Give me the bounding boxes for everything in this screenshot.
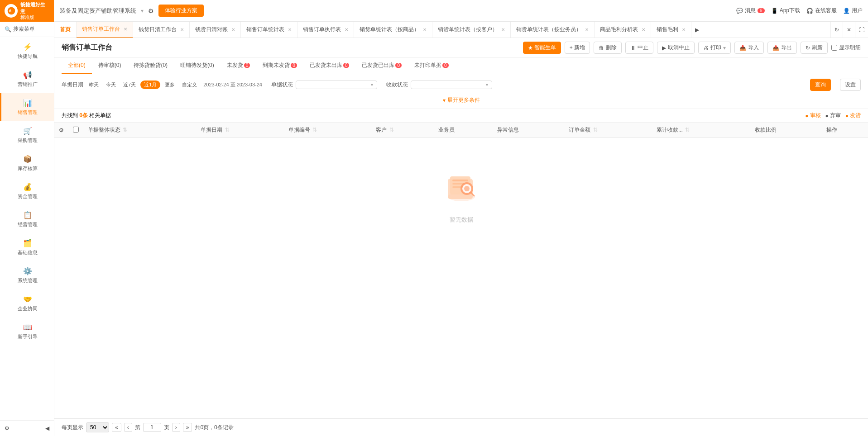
tab-cash-daily[interactable]: 钱货日清工作台 ✕ bbox=[133, 22, 190, 38]
last-page-button[interactable]: » bbox=[183, 423, 192, 432]
result-info: 共找到 0条 相关单据 ● 审核 ● 弃审 ● 发货 bbox=[54, 109, 868, 123]
sidebar-item-marketing[interactable]: 📢 营销推广 bbox=[0, 65, 54, 93]
custom-date-btn[interactable]: 自定义 bbox=[179, 81, 200, 89]
next-page-button[interactable]: › bbox=[172, 423, 180, 432]
expand-conditions-button[interactable]: ▾ 展开更多条件 bbox=[443, 96, 480, 104]
first-page-button[interactable]: « bbox=[112, 423, 121, 432]
tab-more-button[interactable]: ▶ bbox=[691, 27, 703, 33]
tab-home[interactable]: 首页 bbox=[54, 22, 77, 38]
operations-icon: 📋 bbox=[23, 211, 32, 219]
delete-button[interactable]: 🗑 删除 bbox=[594, 42, 622, 54]
tab-close-cash-daily[interactable]: ✕ bbox=[180, 27, 184, 32]
sidebar-item-system[interactable]: ⚙️ 系统管理 bbox=[0, 261, 54, 289]
sidebar-item-inventory[interactable]: 📦 库存核算 bbox=[0, 149, 54, 177]
sidebar-item-sales[interactable]: 📊 销售管理 bbox=[0, 93, 54, 121]
tab-sales-workbench[interactable]: 销售订单工作台 ✕ bbox=[77, 22, 133, 38]
tab-cash-reconcile[interactable]: 钱货日清对账 ✕ bbox=[190, 22, 241, 38]
tab-close-sales-more[interactable]: ✕ bbox=[682, 27, 686, 32]
sort-status-icon[interactable]: ⇅ bbox=[123, 127, 127, 133]
purchase-icon: 🛒 bbox=[23, 127, 32, 135]
ship-action[interactable]: ● 发货 bbox=[845, 112, 861, 119]
import-button[interactable]: 📥 导入 bbox=[734, 42, 764, 54]
trial-button[interactable]: 体验行业方案 bbox=[158, 5, 204, 17]
filter-tab-wangpu[interactable]: 旺铺待发货(0) bbox=[174, 58, 221, 74]
tab-sales-stat-product[interactable]: 销货单统计表（按商品） ✕ bbox=[354, 22, 432, 38]
tab-close-sales-stat-staff[interactable]: ✕ bbox=[585, 27, 589, 32]
more-date-btn[interactable]: 更多 bbox=[162, 81, 177, 89]
sort-amount-icon[interactable]: ⇅ bbox=[593, 127, 598, 133]
gear-icon[interactable]: ⚙ bbox=[148, 7, 154, 14]
filter-tab-pending-review[interactable]: 待审核(0) bbox=[92, 58, 128, 74]
filter-tab-pending-inspect[interactable]: 待拣货验货(0) bbox=[127, 58, 174, 74]
sidebar-item-basic-info[interactable]: 🗂️ 基础信息 bbox=[0, 233, 54, 261]
col-checkbox[interactable] bbox=[68, 123, 83, 138]
print-button[interactable]: 🖨 打印 ▾ bbox=[698, 42, 731, 54]
tab-close-sales-stat-customer[interactable]: ✕ bbox=[501, 27, 505, 32]
tab-sales-stat-customer[interactable]: 销货单统计表（按客户） ✕ bbox=[432, 22, 511, 38]
status-select[interactable]: ▾ bbox=[296, 81, 377, 89]
search-button[interactable]: 查询 bbox=[810, 79, 831, 91]
refresh-button[interactable]: ↻ 刷新 bbox=[801, 42, 828, 54]
sidebar-item-purchase[interactable]: 🛒 采购管理 bbox=[0, 121, 54, 149]
tab-close-sales-exec[interactable]: ✕ bbox=[345, 27, 348, 32]
tab-close-sales-workbench[interactable]: ✕ bbox=[124, 27, 127, 32]
add-button[interactable]: + 新增 bbox=[565, 42, 590, 54]
tab-product-margin[interactable]: 商品毛利分析表 ✕ bbox=[595, 22, 651, 38]
sidebar-item-operations[interactable]: 📋 经营管理 bbox=[0, 205, 54, 233]
show-details-checkbox[interactable]: 显示明细 bbox=[831, 44, 861, 52]
7days-btn[interactable]: 近7天 bbox=[120, 81, 139, 89]
tab-refresh-button[interactable]: ↻ bbox=[830, 22, 843, 38]
filter-tab-shipped-not-out[interactable]: 已发货未出库0 bbox=[303, 58, 356, 74]
filter-tab-not-shipped[interactable]: 未发货0 bbox=[221, 58, 257, 74]
filter-tab-all[interactable]: 全部(0) bbox=[62, 58, 92, 74]
tab-sales-exec[interactable]: 销售订单执行表 ✕ bbox=[297, 22, 354, 38]
filter-tab-shipped-out[interactable]: 已发货已出库0 bbox=[355, 58, 408, 74]
export-button[interactable]: 📤 导出 bbox=[767, 42, 797, 54]
sidebar-item-finance[interactable]: 💰 资金管理 bbox=[0, 177, 54, 205]
tab-sales-stat-staff[interactable]: 销货单统计表（按业务员） ✕ bbox=[511, 22, 595, 38]
show-details-input[interactable] bbox=[831, 45, 837, 51]
cancel-pause-button[interactable]: ▶ 取消中止 bbox=[657, 42, 695, 54]
col-settings[interactable]: ⚙ bbox=[54, 123, 68, 138]
filter-tab-not-printed[interactable]: 未打印单据0 bbox=[408, 58, 455, 74]
cancel-review-icon: ● bbox=[825, 113, 829, 119]
tab-close-sales-stat-product[interactable]: ✕ bbox=[423, 27, 427, 32]
payment-select[interactable]: ▾ bbox=[411, 81, 492, 89]
tab-sales-more[interactable]: 销售毛利 ✕ bbox=[651, 22, 691, 38]
collapse-icon[interactable]: ◀ bbox=[45, 425, 49, 431]
sort-number-icon[interactable]: ⇅ bbox=[312, 127, 317, 133]
tab-fullscreen-button[interactable]: ⛶ bbox=[855, 22, 868, 38]
page-size-select[interactable]: 50 10 20 100 bbox=[86, 422, 109, 432]
pause-button[interactable]: ⏸ 中止 bbox=[625, 42, 653, 54]
prev-page-button[interactable]: ‹ bbox=[124, 423, 132, 432]
yesterday-btn[interactable]: 昨天 bbox=[86, 81, 101, 89]
sidebar-item-guide[interactable]: 📖 新手引导 bbox=[0, 318, 54, 346]
sidebar-search[interactable]: 🔍 搜索菜单 bbox=[0, 22, 54, 37]
tab-close-product-margin[interactable]: ✕ bbox=[642, 27, 645, 32]
tab-close-cash-reconcile[interactable]: ✕ bbox=[231, 27, 235, 32]
sort-customer-icon[interactable]: ⇅ bbox=[389, 127, 394, 133]
sort-date-icon[interactable]: ⇅ bbox=[225, 127, 230, 133]
settings-icon[interactable]: ⚙ bbox=[5, 425, 10, 431]
filter-tab-overdue[interactable]: 到期未发货0 bbox=[256, 58, 303, 74]
sidebar-item-quick-nav[interactable]: ⚡ 快捷导航 bbox=[0, 37, 54, 65]
1month-btn[interactable]: 近1月 bbox=[140, 81, 160, 89]
tab-sales-stat[interactable]: 销售订单统计表 ✕ bbox=[241, 22, 297, 38]
app-download-action[interactable]: 📱 App下载 bbox=[771, 7, 800, 14]
smart-order-button[interactable]: ★ 智能生单 bbox=[523, 42, 561, 54]
sidebar-item-cooperation[interactable]: 🤝 企业协同 bbox=[0, 289, 54, 318]
today-btn[interactable]: 今天 bbox=[103, 81, 119, 89]
tab-close-sales-stat[interactable]: ✕ bbox=[288, 27, 292, 32]
cancel-review-action[interactable]: ● 弃审 bbox=[825, 112, 841, 119]
select-all-checkbox[interactable] bbox=[73, 127, 79, 133]
online-service-action[interactable]: 🎧 在线客服 bbox=[806, 7, 837, 14]
sort-collected-icon[interactable]: ⇅ bbox=[685, 127, 690, 133]
page-input[interactable] bbox=[143, 423, 161, 432]
sidebar-logo: 6 畅捷通好生意 标准版 bbox=[0, 0, 54, 22]
tab-close-all-button[interactable]: ✕ bbox=[843, 22, 855, 38]
topbar-dropdown-icon[interactable]: ▾ bbox=[141, 8, 144, 14]
user-action[interactable]: 👤 用户 bbox=[843, 7, 863, 14]
review-action[interactable]: ● 审核 bbox=[805, 112, 820, 119]
settings-filter-button[interactable]: 设置 bbox=[840, 79, 861, 91]
message-action[interactable]: 💬 消息 6 bbox=[736, 7, 765, 14]
